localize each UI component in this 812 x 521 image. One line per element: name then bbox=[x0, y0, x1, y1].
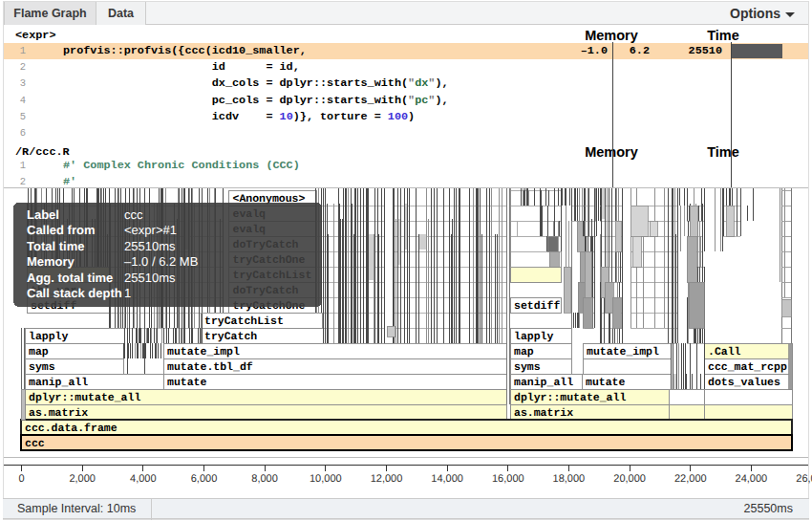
svg-text:Agg. total time: Agg. total time bbox=[27, 271, 113, 285]
svg-text:mutate_impl: mutate_impl bbox=[167, 346, 240, 358]
svg-text:25510ms: 25510ms bbox=[124, 271, 176, 285]
svg-text:dots_values: dots_values bbox=[708, 377, 780, 389]
svg-text:2,000: 2,000 bbox=[69, 473, 96, 485]
svg-text:mutate: mutate bbox=[586, 377, 626, 389]
svg-text:ccc_mat_rcpp: ccc_mat_rcpp bbox=[708, 361, 787, 374]
svg-text:tryCatchList: tryCatchList bbox=[204, 315, 284, 328]
svg-text:14,000: 14,000 bbox=[431, 473, 463, 485]
svg-text:–1.0 / 6.2 MB: –1.0 / 6.2 MB bbox=[124, 254, 198, 269]
svg-text:Called from: Called from bbox=[27, 223, 96, 237]
svg-text:mutate: mutate bbox=[167, 377, 207, 389]
svg-text:ccc.data.frame: ccc.data.frame bbox=[25, 423, 118, 435]
svg-text:dplyr::mutate_all: dplyr::mutate_all bbox=[29, 392, 140, 404]
svg-text:4,000: 4,000 bbox=[130, 473, 157, 485]
svg-text:ccc: ccc bbox=[124, 207, 143, 222]
svg-text:map: map bbox=[514, 346, 534, 358]
svg-text:22,000: 22,000 bbox=[674, 473, 707, 485]
svg-text:mutate.tbl_df: mutate.tbl_df bbox=[167, 361, 253, 374]
svg-text:syms: syms bbox=[514, 361, 541, 374]
svg-text:12,000: 12,000 bbox=[371, 473, 403, 485]
svg-text:tryCatch: tryCatch bbox=[204, 331, 257, 343]
svg-text:Label: Label bbox=[27, 207, 59, 222]
svg-text:<expr>#1: <expr>#1 bbox=[124, 223, 177, 237]
svg-text:Total time: Total time bbox=[27, 239, 84, 253]
svg-text:as.matrix: as.matrix bbox=[514, 407, 573, 420]
svg-text:dplyr::mutate_all: dplyr::mutate_all bbox=[514, 392, 626, 404]
svg-text:lapply: lapply bbox=[29, 331, 69, 343]
svg-text:Memory: Memory bbox=[27, 254, 75, 269]
svg-text:.Call: .Call bbox=[708, 346, 741, 358]
svg-text:ccc: ccc bbox=[25, 438, 45, 450]
svg-text:map: map bbox=[29, 346, 49, 358]
svg-text:24,000: 24,000 bbox=[736, 473, 768, 485]
svg-text:mutate_impl: mutate_impl bbox=[587, 346, 659, 358]
svg-text:setdiff: setdiff bbox=[514, 300, 560, 313]
svg-text:10,000: 10,000 bbox=[310, 473, 342, 485]
svg-text:6,000: 6,000 bbox=[191, 473, 218, 485]
svg-text:0: 0 bbox=[18, 473, 24, 485]
svg-text:1: 1 bbox=[124, 286, 131, 300]
svg-text:Call stack depth: Call stack depth bbox=[27, 286, 122, 300]
svg-text:8,000: 8,000 bbox=[251, 473, 278, 485]
svg-text:manip_all: manip_all bbox=[514, 377, 573, 389]
svg-text:25510ms: 25510ms bbox=[124, 239, 176, 253]
svg-text:20,000: 20,000 bbox=[613, 473, 646, 485]
svg-text:lapply: lapply bbox=[514, 331, 554, 343]
svg-text:syms: syms bbox=[29, 361, 55, 374]
svg-text:as.matrix: as.matrix bbox=[29, 407, 88, 420]
svg-text:16,000: 16,000 bbox=[492, 473, 524, 485]
svg-text:18,000: 18,000 bbox=[553, 473, 586, 485]
svg-text:26,000: 26,000 bbox=[796, 473, 812, 485]
svg-text:manip_all: manip_all bbox=[29, 377, 88, 389]
